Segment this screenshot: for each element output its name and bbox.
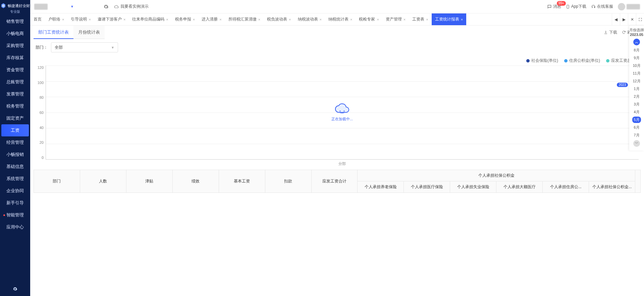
sidebar-item-16[interactable]: 智能管理 bbox=[0, 209, 30, 221]
fullscreen-button[interactable] bbox=[636, 13, 644, 26]
month-panel-title: 月份选择 bbox=[629, 28, 644, 32]
tab-label: 纳税波动表 bbox=[298, 16, 318, 22]
subtab-month[interactable]: 月份统计表 bbox=[73, 26, 105, 39]
tab-12[interactable]: 资产管理× bbox=[382, 13, 409, 25]
tab-14[interactable]: 工资统计报表× bbox=[432, 13, 466, 25]
tab-11[interactable]: 税检专家× bbox=[356, 13, 382, 25]
user-menu[interactable] bbox=[618, 3, 640, 10]
table-header: 津贴 bbox=[126, 170, 172, 193]
close-icon[interactable]: × bbox=[89, 17, 91, 22]
month-item-5月[interactable]: 5月 bbox=[632, 117, 641, 123]
tabs-scroll-left[interactable]: ◀ bbox=[612, 13, 620, 26]
month-item-7月[interactable]: 7月 bbox=[632, 132, 641, 138]
close-icon[interactable]: × bbox=[123, 17, 125, 22]
month-item-2月[interactable]: 2月 bbox=[632, 93, 641, 100]
tabs-scroll-right[interactable]: ▶ bbox=[620, 13, 628, 26]
tab-label: 邀请下游客户 bbox=[98, 16, 122, 22]
tab-8[interactable]: 税负波动表× bbox=[264, 13, 294, 25]
dept-select[interactable]: 全部 ▼ bbox=[51, 42, 118, 52]
month-item-3月[interactable]: 3月 bbox=[632, 101, 641, 108]
tab-2[interactable]: 引导说明× bbox=[67, 13, 94, 25]
tabs-close-all[interactable]: ✕ bbox=[628, 13, 636, 26]
tab-10[interactable]: 纳税统计表× bbox=[325, 13, 356, 25]
y-tick: 40 bbox=[40, 126, 46, 130]
demo-link[interactable]: 我要看实例演示 bbox=[114, 4, 149, 9]
sidebar-item-5[interactable]: 总账管理 bbox=[0, 76, 30, 88]
sidebar-item-10[interactable]: 经营管理 bbox=[0, 136, 30, 149]
close-icon[interactable]: × bbox=[320, 17, 322, 22]
tab-0[interactable]: 首页 bbox=[30, 13, 45, 25]
sidebar-item-17[interactable]: 应用中心 bbox=[0, 221, 30, 233]
tab-5[interactable]: 税务申报× bbox=[172, 13, 198, 25]
month-scroll-up[interactable]: ︽ bbox=[633, 39, 640, 45]
close-icon[interactable]: × bbox=[258, 17, 260, 22]
sidebar-item-1[interactable]: 小畅电商 bbox=[0, 28, 30, 40]
month-item-6月[interactable]: 6月 bbox=[632, 124, 641, 131]
sidebar-item-label: 采购管理 bbox=[6, 43, 24, 48]
close-icon[interactable]: × bbox=[289, 17, 291, 22]
sidebar-item-0[interactable]: 销售管理 bbox=[0, 15, 30, 28]
close-icon[interactable]: × bbox=[461, 17, 463, 22]
tab-label: 纳税统计表 bbox=[328, 16, 348, 22]
close-icon[interactable]: × bbox=[219, 17, 221, 22]
sidebar-item-11[interactable]: 小畅报销 bbox=[0, 149, 30, 161]
app-download-button[interactable]: App下载 bbox=[566, 4, 586, 9]
tab-label: 资产管理 bbox=[386, 16, 402, 22]
close-icon[interactable]: × bbox=[426, 17, 428, 22]
sidebar-item-6[interactable]: 发票管理 bbox=[0, 88, 30, 100]
month-item-11月[interactable]: 11月 bbox=[631, 70, 642, 77]
table-header: 人数 bbox=[80, 170, 126, 193]
sidebar-item-15[interactable]: 新手引导 bbox=[0, 197, 30, 209]
sidebar-item-12[interactable]: 基础信息 bbox=[0, 161, 30, 173]
table-subheader: 个人承担医疗保险 bbox=[404, 181, 450, 193]
sidebar-item-4[interactable]: 资金管理 bbox=[0, 64, 30, 76]
sidebar-item-8[interactable]: 固定资产 bbox=[0, 112, 30, 124]
tab-13[interactable]: 工资表× bbox=[409, 13, 431, 25]
tabs-bar: 首页户联络×引导说明×邀请下游客户×往来单位商品编码×税务申报×进入清册×所得税… bbox=[30, 13, 644, 26]
sidebar-item-label: 工资 bbox=[11, 128, 19, 133]
subtab-dept[interactable]: 部门工资统计表 bbox=[34, 26, 73, 39]
chat-icon bbox=[547, 4, 552, 9]
y-tick: 20 bbox=[40, 140, 46, 144]
legend-item-a[interactable]: 社会保险(单位) bbox=[526, 58, 558, 64]
close-icon[interactable]: × bbox=[166, 17, 168, 22]
sidebar-item-9[interactable]: 工资 bbox=[1, 124, 29, 136]
tab-label: 首页 bbox=[34, 16, 42, 22]
tab-1[interactable]: 户联络× bbox=[45, 13, 67, 25]
tab-label: 往来单位商品编码 bbox=[132, 16, 164, 22]
close-icon[interactable]: × bbox=[404, 17, 406, 22]
year-tag: 2023 bbox=[617, 83, 628, 87]
sidebar-item-2[interactable]: 采购管理 bbox=[0, 40, 30, 52]
month-scroll-down[interactable]: ︾ bbox=[633, 140, 640, 147]
month-item-8月[interactable]: 8月 bbox=[632, 47, 641, 53]
close-icon[interactable]: × bbox=[193, 17, 195, 22]
sidebar-settings[interactable] bbox=[0, 284, 30, 296]
sidebar-item-13[interactable]: 系统管理 bbox=[0, 173, 30, 185]
settings-button[interactable] bbox=[102, 3, 110, 11]
y-tick: 60 bbox=[40, 111, 46, 115]
close-icon[interactable]: × bbox=[62, 17, 64, 22]
month-item-4月[interactable]: 4月 bbox=[632, 109, 641, 115]
tab-6[interactable]: 进入清册× bbox=[198, 13, 225, 25]
support-button[interactable]: 在线客服 bbox=[591, 4, 613, 9]
sidebar-item-14[interactable]: 企业协同 bbox=[0, 185, 30, 197]
tab-7[interactable]: 所得税汇算清缴× bbox=[225, 13, 264, 25]
legend-item-b[interactable]: 住房公积金(单位) bbox=[564, 58, 600, 64]
tab-9[interactable]: 纳税波动表× bbox=[294, 13, 325, 25]
org-selector[interactable]: ▼ bbox=[34, 4, 98, 10]
tab-4[interactable]: 往来单位商品编码× bbox=[129, 13, 171, 25]
tab-3[interactable]: 邀请下游客户× bbox=[94, 13, 129, 25]
download-button[interactable]: 下载 bbox=[604, 30, 617, 35]
brand-name: 畅捷通好业财 bbox=[8, 3, 30, 8]
close-icon[interactable]: × bbox=[377, 17, 379, 22]
month-item-10月[interactable]: 10月 bbox=[631, 62, 642, 69]
month-item-1月[interactable]: 1月 bbox=[632, 86, 641, 92]
month-item-12月[interactable]: 12月 bbox=[631, 78, 642, 84]
tab-label: 工资统计报表 bbox=[435, 16, 459, 22]
sidebar-item-7[interactable]: 税务管理 bbox=[0, 100, 30, 112]
sidebar-item-3[interactable]: 库存核算 bbox=[0, 52, 30, 64]
sidebar-item-label: 经营管理 bbox=[6, 140, 24, 145]
month-item-9月[interactable]: 9月 bbox=[632, 55, 641, 61]
messages-button[interactable]: 消息 99+ bbox=[547, 4, 561, 9]
close-icon[interactable]: × bbox=[350, 17, 352, 22]
